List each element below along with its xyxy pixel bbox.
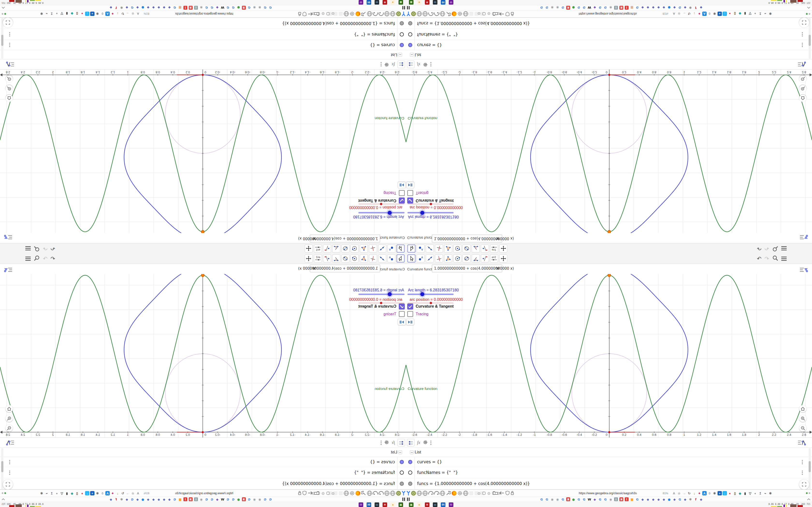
url-field[interactable]: https://www.geogebra.org/classic/aagcxh3… <box>579 12 637 15</box>
curvature-tangent-checkbox[interactable] <box>399 198 405 204</box>
toggle-dot-icon[interactable] <box>488 11 490 15</box>
shield-icon[interactable] <box>506 491 509 496</box>
collapse-chevron-icon[interactable] <box>2 498 5 501</box>
undo-icon[interactable]: ↶ <box>757 255 761 262</box>
arc-length-slider-handle[interactable] <box>420 292 424 296</box>
tool-button-polygon[interactable] <box>444 255 452 263</box>
tool-button-angle[interactable]: α <box>332 244 340 252</box>
bookmark-favicon[interactable]: ◆ <box>215 6 219 10</box>
extension-icon[interactable]: ↓ <box>692 491 697 495</box>
bookmark-favicon[interactable]: ◉ <box>199 6 203 10</box>
bookmark-favicon[interactable]: G <box>636 497 639 501</box>
bookmark-favicon[interactable]: ✻ <box>689 497 692 501</box>
bookmark-favicon[interactable]: W <box>588 6 591 10</box>
row-kebab-icon[interactable] <box>9 32 10 37</box>
shield-icon[interactable] <box>303 11 306 16</box>
extension-icon[interactable]: ▯ <box>733 491 737 495</box>
extension-icon[interactable]: → <box>682 491 686 495</box>
bookmark-favicon[interactable]: i <box>194 6 198 10</box>
arc-length-slider-handle[interactable] <box>388 211 392 215</box>
bookmark-favicon[interactable]: G <box>268 497 272 501</box>
bookmark-favicon[interactable]: ● <box>571 6 575 10</box>
tool-button-polygon[interactable] <box>360 244 368 252</box>
bookmark-favicon[interactable]: G <box>268 6 272 10</box>
row-kebab-icon[interactable] <box>9 43 10 47</box>
bookmark-favicon[interactable]: ◆ <box>641 6 645 10</box>
bookmark-favicon[interactable]: ◆ <box>662 6 666 10</box>
tool-button-polygon[interactable] <box>444 244 452 252</box>
algebra-view-button[interactable] <box>407 439 414 446</box>
bookmark-favicon[interactable]: ◆ <box>125 497 129 501</box>
graphics-stylebar-icon[interactable] <box>3 234 12 240</box>
extension-icon[interactable]: ↻ <box>120 12 125 16</box>
arc-position-slider-handle[interactable] <box>430 203 432 205</box>
bookmark-favicon[interactable]: ◆ <box>215 497 219 501</box>
graphics-view[interactable]: -2.6-2.4-2.2-2-1.8-1.6-1.4-1.2-1-0.8-0.6… <box>0 69 406 233</box>
firefox-icon[interactable] <box>355 10 361 16</box>
pin-icon[interactable] <box>406 491 410 497</box>
bookmark-favicon[interactable]: f <box>694 6 698 10</box>
function-dropdown[interactable]: 1.000000000000 + cos(4.000000000000 x) <box>310 235 380 242</box>
extension-icon[interactable]: ● <box>55 12 59 16</box>
olive-icon[interactable] <box>411 491 416 497</box>
tool-button-move[interactable] <box>397 255 405 263</box>
extension-icon[interactable]: ✻ <box>768 491 773 495</box>
bookmark-favicon[interactable]: ● <box>571 497 575 501</box>
bookmark-favicon[interactable]: ◆ <box>699 497 703 501</box>
graphics-view[interactable]: -2.6-2.4-2.2-2-1.8-1.6-1.4-1.2-1-0.8-0.6… <box>406 274 812 438</box>
extension-icon[interactable]: A <box>105 12 110 16</box>
back-arrow-icon[interactable] <box>499 11 504 16</box>
tool-button-point[interactable]: A <box>417 255 424 263</box>
bookmark-favicon[interactable]: G <box>540 6 544 10</box>
extension-icon[interactable]: ▮ <box>65 12 69 16</box>
home-button[interactable] <box>799 95 806 102</box>
extension-icon[interactable]: ✦ <box>110 12 115 16</box>
visibility-toggle-circle[interactable] <box>400 482 404 486</box>
scrollbar-thumb[interactable] <box>1 461 3 472</box>
extension-icon[interactable]: ◆ <box>70 12 74 16</box>
graphics-view[interactable]: -2.6-2.4-2.2-2-1.8-1.6-1.4-1.2-1-0.8-0.6… <box>406 69 812 233</box>
bookmark-favicon[interactable]: Я <box>619 497 623 501</box>
scrollbar-thumb[interactable] <box>809 461 811 472</box>
zoom-in-button[interactable] <box>6 415 13 422</box>
wrench-icon[interactable] <box>446 10 451 16</box>
tool-button-angle[interactable]: α <box>472 255 480 263</box>
extension-icon[interactable]: → <box>126 491 130 495</box>
tool-button-conic[interactable] <box>342 244 349 252</box>
gauge-icon[interactable] <box>428 10 434 16</box>
arc-length-slider-handle[interactable] <box>388 292 392 296</box>
bookmark-favicon[interactable]: ◆ <box>672 6 676 10</box>
bookmark-favicon[interactable]: ● <box>141 6 145 10</box>
bookmark-favicon[interactable]: ! <box>625 6 628 10</box>
bookmark-favicon[interactable]: G <box>247 497 251 501</box>
home-button[interactable] <box>6 405 13 412</box>
bookmark-favicon[interactable]: ◆ <box>152 6 155 10</box>
fullscreen-button[interactable] <box>799 480 809 489</box>
toggle-dot-icon[interactable] <box>477 11 480 15</box>
tool-button-point[interactable]: A <box>417 244 424 252</box>
extension-icon[interactable]: ◆ <box>70 491 74 495</box>
bookmark-favicon[interactable]: ● <box>237 6 241 10</box>
extension-icon[interactable]: + <box>90 12 95 16</box>
extension-icon[interactable]: ✻ <box>39 491 44 495</box>
extension-icon[interactable]: ↓ <box>723 12 727 16</box>
bookmark-favicon[interactable]: ◉ <box>199 497 203 501</box>
zoom-out-button[interactable] <box>6 425 13 432</box>
firefox-icon[interactable] <box>451 10 457 16</box>
zoom-out-button[interactable] <box>799 75 806 82</box>
visibility-toggle-circle[interactable] <box>408 482 412 486</box>
bookmark-favicon[interactable]: ◆ <box>672 497 676 501</box>
bookmark-favicon[interactable]: ◉ <box>550 497 554 501</box>
globe-icon[interactable] <box>367 491 372 497</box>
bookmark-favicon[interactable]: ◆ <box>641 497 645 501</box>
kebab-menu-icon[interactable] <box>380 441 382 445</box>
scrollbar-thumb[interactable] <box>809 35 811 46</box>
bookmark-favicon[interactable]: ◆ <box>136 497 140 501</box>
bookmark-favicon[interactable]: ◆ <box>136 6 140 10</box>
bookmark-favicon[interactable]: G <box>561 6 565 10</box>
tool-button-line[interactable] <box>378 244 386 252</box>
back-arrow-icon[interactable] <box>308 11 313 16</box>
arc-position-slider-handle[interactable] <box>380 302 382 304</box>
bookmark-favicon[interactable]: ✻ <box>120 6 123 10</box>
bookmark-favicon[interactable]: ◆ <box>662 497 666 501</box>
